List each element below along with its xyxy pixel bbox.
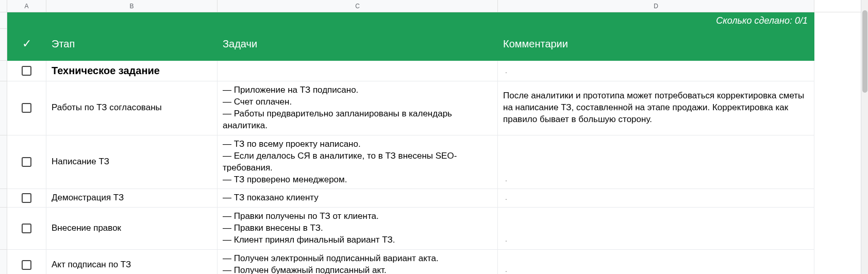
comments-text: После аналитики и прототипа может потреб… xyxy=(503,90,809,126)
col-header-a[interactable]: A xyxy=(7,0,46,12)
checkbox-cell[interactable] xyxy=(7,135,46,190)
checkbox[interactable] xyxy=(22,224,31,233)
col-header-c[interactable]: C xyxy=(218,0,498,12)
checkbox[interactable] xyxy=(22,157,31,167)
row-gutter[interactable] xyxy=(0,29,7,61)
tasks-cell[interactable] xyxy=(218,61,498,81)
tasks-text: — ТЗ показано клиенту xyxy=(223,192,319,204)
stage-cell[interactable]: Работы по ТЗ согласованы xyxy=(46,81,218,135)
comments-text: . xyxy=(503,193,507,204)
header-tasks[interactable]: Задачи xyxy=(218,29,498,61)
tasks-cell[interactable]: — Приложение на ТЗ подписано. — Счет опл… xyxy=(218,81,498,135)
row-gutter[interactable] xyxy=(0,208,7,250)
table-row: Написание ТЗ— ТЗ по всему проекту написа… xyxy=(0,135,868,190)
tasks-text: — Приложение на ТЗ подписано. — Счет опл… xyxy=(223,84,492,132)
scrollbar-thumb[interactable] xyxy=(862,10,867,93)
table-row: Внесение правок— Правки получены по ТЗ о… xyxy=(0,208,868,250)
checkbox-cell[interactable] xyxy=(7,208,46,250)
checkbox-cell[interactable] xyxy=(7,189,46,208)
checkbox-cell[interactable] xyxy=(7,250,46,274)
tasks-cell[interactable]: — ТЗ по всему проекту написано. — Если д… xyxy=(218,135,498,190)
comments-text: . xyxy=(503,234,507,246)
status-cell-c[interactable] xyxy=(218,12,498,29)
checkbox[interactable] xyxy=(22,66,31,76)
corner-stub[interactable] xyxy=(0,0,7,12)
tasks-cell[interactable]: — Получен электронный подписанный вариан… xyxy=(218,250,498,274)
checkbox[interactable] xyxy=(22,260,31,270)
header-check[interactable]: ✓ xyxy=(7,29,46,61)
status-row: Сколько сделано: 0/1 xyxy=(0,12,868,29)
check-icon: ✓ xyxy=(22,36,31,52)
row-gutter[interactable] xyxy=(0,189,7,208)
status-progress[interactable]: Сколько сделано: 0/1 xyxy=(498,12,814,29)
checkbox-cell[interactable] xyxy=(7,61,46,81)
stage-cell[interactable]: Акт подписан по ТЗ xyxy=(46,250,218,274)
tasks-text: — Получен электронный подписанный вариан… xyxy=(223,253,439,274)
rows-container: Сколько сделано: 0/1 ✓ Этап Задачи Комме… xyxy=(0,12,868,274)
table-row: Демонстрация ТЗ— ТЗ показано клиенту. xyxy=(0,189,868,208)
stage-cell[interactable]: Демонстрация ТЗ xyxy=(46,189,218,208)
comments-cell[interactable]: . xyxy=(498,135,814,190)
stage-cell[interactable]: Внесение правок xyxy=(46,208,218,250)
row-gutter[interactable] xyxy=(0,61,7,81)
comments-text: . xyxy=(503,265,507,274)
header-comments[interactable]: Комментарии xyxy=(498,29,814,61)
row-gutter[interactable] xyxy=(0,250,7,274)
spreadsheet: A B C D Сколько сделано: 0/1 ✓ Этап Зада… xyxy=(0,0,868,274)
comments-cell[interactable]: . xyxy=(498,189,814,208)
tasks-text: — ТЗ по всему проекту написано. — Если д… xyxy=(223,139,492,186)
row-gutter[interactable] xyxy=(0,12,7,29)
comments-cell[interactable]: . xyxy=(498,250,814,274)
vertical-scrollbar[interactable] xyxy=(861,0,868,274)
comments-cell[interactable]: . xyxy=(498,61,814,81)
status-cell-a[interactable] xyxy=(7,12,46,29)
column-headers: A B C D xyxy=(0,0,868,12)
table-header-row: ✓ Этап Задачи Комментарии xyxy=(0,29,868,61)
comments-text: . xyxy=(503,66,507,78)
comments-text: . xyxy=(503,174,507,186)
table-row: Техническое задание. xyxy=(0,61,868,81)
table-row: Акт подписан по ТЗ— Получен электронный … xyxy=(0,250,868,274)
tasks-cell[interactable]: — Правки получены по ТЗ от клиента. — Пр… xyxy=(218,208,498,250)
tasks-cell[interactable]: — ТЗ показано клиенту xyxy=(218,189,498,208)
col-header-d[interactable]: D xyxy=(498,0,814,12)
col-header-b[interactable]: B xyxy=(46,0,218,12)
row-gutter[interactable] xyxy=(0,135,7,190)
comments-cell[interactable]: . xyxy=(498,208,814,250)
progress-label: Сколько сделано: 0/1 xyxy=(716,14,808,27)
table-row: Работы по ТЗ согласованы— Приложение на … xyxy=(0,81,868,135)
header-stage[interactable]: Этап xyxy=(46,29,218,61)
status-cell-b[interactable] xyxy=(46,12,218,29)
comments-cell[interactable]: После аналитики и прототипа может потреб… xyxy=(498,81,814,135)
checkbox-cell[interactable] xyxy=(7,81,46,135)
stage-cell[interactable]: Техническое задание xyxy=(46,61,218,81)
stage-cell[interactable]: Написание ТЗ xyxy=(46,135,218,190)
tasks-text: — Правки получены по ТЗ от клиента. — Пр… xyxy=(223,211,395,246)
checkbox[interactable] xyxy=(22,193,31,203)
checkbox[interactable] xyxy=(22,103,31,113)
row-gutter[interactable] xyxy=(0,81,7,135)
